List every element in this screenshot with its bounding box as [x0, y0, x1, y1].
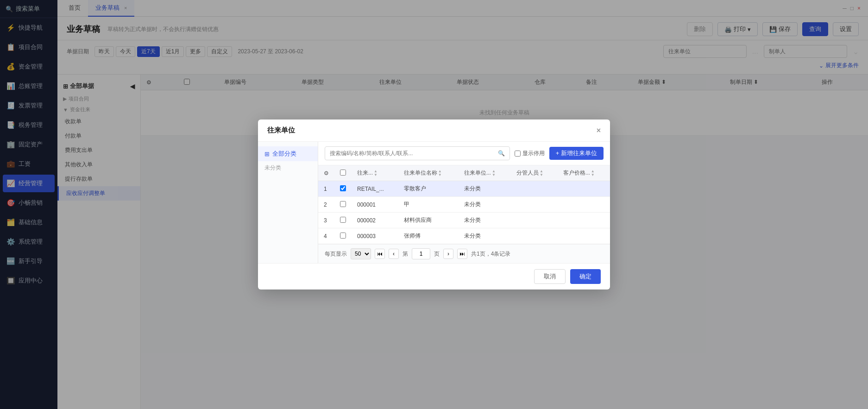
dialog-content: 🔍 显示停用 + 新增往来单位 ⚙ [318, 142, 610, 263]
show-disabled-label[interactable]: 显示停用 [515, 150, 545, 157]
confirm-button[interactable]: 确定 [570, 269, 601, 284]
row-salesperson [511, 197, 558, 213]
dialog-table: ⚙ 往来... ▲▼ 往来单位 [318, 165, 610, 244]
row-checkbox[interactable] [334, 181, 352, 197]
search-input[interactable] [330, 150, 495, 157]
page-number-input[interactable] [412, 248, 430, 259]
row-name: 零散客户 [398, 181, 459, 197]
row-price [558, 197, 610, 213]
row-price [558, 181, 610, 197]
dialog-table-row[interactable]: 3 000002 材料供应商 未分类 [318, 213, 610, 228]
next-page-button[interactable]: › [443, 249, 453, 259]
dialog-table-row[interactable]: 2 000001 甲 未分类 [318, 197, 610, 213]
row-checkbox[interactable] [334, 213, 352, 228]
dialog-toolbar: 🔍 显示停用 + 新增往来单位 [318, 142, 610, 165]
row-code: RETAIL_... [352, 181, 398, 197]
dialog-header: 往来单位 × [258, 120, 610, 142]
dialog-pagination: 每页显示 50 ⏮ ‹ 第 页 › ⏭ 共1页，4条记录 [318, 244, 610, 263]
prev-page-button[interactable]: ‹ [389, 249, 399, 259]
row-checkbox[interactable] [334, 197, 352, 213]
dialog-col-category: 往来单位... ▲▼ [459, 165, 511, 181]
row-settings: 2 [318, 197, 334, 213]
row-code: 000003 [352, 228, 398, 244]
cancel-button[interactable]: 取消 [534, 269, 566, 284]
grid-icon: ⊞ [264, 151, 270, 157]
dialog-select-all[interactable] [340, 170, 346, 176]
row-category: 未分类 [459, 228, 511, 244]
row-name: 张师傅 [398, 228, 459, 244]
per-page-select[interactable]: 50 [351, 248, 371, 259]
page-label: 页 [434, 250, 440, 258]
row-settings: 4 [318, 228, 334, 244]
counterpart-dialog: 往来单位 × ⊞ 全部分类 未分类 🔍 [258, 120, 610, 289]
page-label-pre: 第 [403, 250, 408, 258]
dialog-col-name: 往来单位名称 ▲▼ [398, 165, 459, 181]
dialog-table-row[interactable]: 1 RETAIL_... 零散客户 未分类 [318, 181, 610, 197]
per-page-label: 每页显示 [325, 250, 347, 258]
add-counterpart-button[interactable]: + 新增往来单位 [549, 147, 604, 160]
dialog-col-salesperson: 分管人员 ▲▼ [511, 165, 558, 181]
dialog-table-wrap: ⚙ 往来... ▲▼ 往来单位 [318, 165, 610, 244]
row-category: 未分类 [459, 197, 511, 213]
row-salesperson [511, 213, 558, 228]
row-code: 000001 [352, 197, 398, 213]
dialog-col-settings[interactable]: ⚙ [318, 165, 334, 181]
row-code: 000002 [352, 213, 398, 228]
dialog-col-price: 客户价格... ▲▼ [558, 165, 610, 181]
total-label: 共1页，4条记录 [471, 250, 510, 258]
dialog-sidebar: ⊞ 全部分类 未分类 [258, 142, 318, 263]
search-icon: 🔍 [498, 150, 505, 157]
row-name: 甲 [398, 197, 459, 213]
dialog-col-checkbox[interactable] [334, 165, 352, 181]
row-salesperson [511, 181, 558, 197]
search-box[interactable]: 🔍 [325, 146, 510, 160]
row-settings: 3 [318, 213, 334, 228]
dialog-title: 往来单位 [267, 126, 295, 135]
dialog-sidebar-all[interactable]: ⊞ 全部分类 [258, 146, 318, 161]
dialog-close-button[interactable]: × [597, 126, 601, 135]
row-price [558, 213, 610, 228]
dialog-body: ⊞ 全部分类 未分类 🔍 显示停用 [258, 142, 610, 263]
row-price [558, 228, 610, 244]
dialog-sidebar-uncategorized[interactable]: 未分类 [258, 161, 318, 175]
dialog-overlay: 往来单位 × ⊞ 全部分类 未分类 🔍 [0, 0, 868, 409]
row-settings: 1 [318, 181, 334, 197]
dialog-actions: 取消 确定 [258, 263, 610, 289]
first-page-button[interactable]: ⏮ [375, 249, 385, 259]
last-page-button[interactable]: ⏭ [457, 249, 467, 259]
row-salesperson [511, 228, 558, 244]
row-name: 材料供应商 [398, 213, 459, 228]
row-category: 未分类 [459, 181, 511, 197]
dialog-table-row[interactable]: 4 000003 张师傅 未分类 [318, 228, 610, 244]
row-checkbox[interactable] [334, 228, 352, 244]
row-category: 未分类 [459, 213, 511, 228]
show-disabled-checkbox[interactable] [515, 151, 521, 157]
dialog-col-code: 往来... ▲▼ [352, 165, 398, 181]
